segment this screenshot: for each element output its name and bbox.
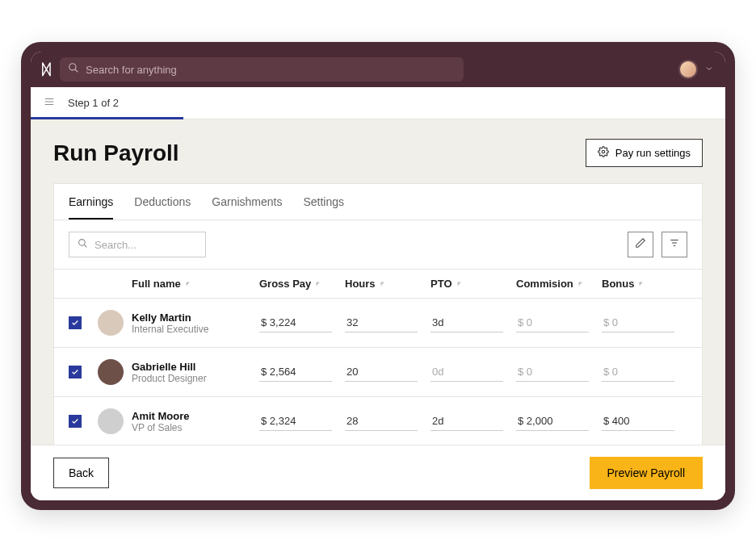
row-checkbox[interactable] xyxy=(69,366,82,378)
gross-pay-input[interactable]: $ 2,324 xyxy=(259,412,332,431)
user-avatar[interactable] xyxy=(678,60,698,79)
col-pto[interactable]: PTO xyxy=(430,278,516,290)
filter-icon xyxy=(669,237,680,252)
employee-name: Amit Moore xyxy=(132,410,190,422)
bonus-input[interactable]: $ 0 xyxy=(602,362,674,382)
step-progress-bar xyxy=(31,117,183,119)
table-search[interactable] xyxy=(69,232,206,257)
top-bar: ᛞ xyxy=(31,52,725,87)
step-bar: Step 1 of 2 xyxy=(31,87,725,119)
gear-icon xyxy=(598,146,609,160)
pto-input[interactable]: 3d xyxy=(430,313,503,332)
employee-name: Kelly Martin xyxy=(132,312,208,324)
employee-role: Internal Executive xyxy=(132,324,208,335)
table-row: Gabrielle HillProduct Designer$ 2,564200… xyxy=(54,348,702,397)
svg-line-7 xyxy=(84,245,86,247)
preview-payroll-button[interactable]: Preview Payroll xyxy=(590,457,703,489)
col-full-name[interactable]: Full name xyxy=(98,278,259,290)
svg-point-5 xyxy=(602,150,605,153)
table-row: Amit MooreVP of Sales$ 2,324282d$ 2,000$… xyxy=(54,397,702,445)
tab-deductions[interactable]: Deductions xyxy=(134,195,191,220)
commission-input[interactable]: $ 0 xyxy=(516,362,589,382)
col-hours[interactable]: Hours xyxy=(345,278,430,290)
bonus-input[interactable]: $ 400 xyxy=(602,412,674,431)
app-logo: ᛞ xyxy=(42,61,50,78)
commission-input[interactable]: $ 0 xyxy=(516,313,589,332)
back-button[interactable]: Back xyxy=(53,458,109,488)
pto-input[interactable]: 2d xyxy=(430,412,503,431)
commission-input[interactable]: $ 2,000 xyxy=(516,412,589,431)
tab-earnings[interactable]: Earnings xyxy=(69,195,113,220)
row-checkbox[interactable] xyxy=(69,415,82,428)
sort-icon xyxy=(456,278,464,290)
table-search-input[interactable] xyxy=(94,239,197,251)
menu-icon[interactable] xyxy=(42,96,57,110)
settings-button-label: Pay run settings xyxy=(615,147,691,159)
global-search-input[interactable] xyxy=(86,64,456,76)
row-checkbox[interactable] xyxy=(69,316,82,329)
pencil-icon xyxy=(635,237,646,252)
employee-cell: Kelly MartinInternal Executive xyxy=(98,310,259,336)
avatar xyxy=(98,408,124,434)
svg-line-1 xyxy=(75,69,78,73)
sort-icon xyxy=(578,278,585,290)
table-row: Kelly MartinInternal Executive$ 3,224323… xyxy=(54,299,702,348)
pto-input[interactable]: 0d xyxy=(430,362,503,382)
chevron-down-icon[interactable] xyxy=(704,62,714,77)
hours-input[interactable]: 28 xyxy=(345,412,418,431)
employee-role: VP of Sales xyxy=(132,422,190,433)
tab-bar: EarningsDeductionsGarnishmentsSettings xyxy=(54,184,702,220)
sort-icon xyxy=(380,278,387,290)
gross-pay-input[interactable]: $ 2,564 xyxy=(259,362,332,382)
svg-point-0 xyxy=(69,64,76,70)
hours-input[interactable]: 32 xyxy=(345,313,418,332)
employee-cell: Gabrielle HillProduct Designer xyxy=(98,359,259,385)
filter-button[interactable] xyxy=(662,232,687,257)
bonus-input[interactable]: $ 0 xyxy=(602,313,674,332)
page-title: Run Payroll xyxy=(53,140,179,166)
footer: Back Preview Payroll xyxy=(31,445,725,500)
edit-button[interactable] xyxy=(628,232,653,257)
col-bonus[interactable]: Bonus xyxy=(602,278,687,290)
employee-cell: Amit MooreVP of Sales xyxy=(98,408,259,434)
employee-role: Product Designer xyxy=(132,373,207,384)
global-search[interactable] xyxy=(60,57,464,82)
sort-icon xyxy=(185,278,192,290)
sort-icon xyxy=(315,278,322,290)
employee-name: Gabrielle Hill xyxy=(132,361,207,373)
search-icon xyxy=(68,62,79,77)
sort-icon xyxy=(638,278,645,290)
avatar xyxy=(98,359,124,385)
gross-pay-input[interactable]: $ 3,224 xyxy=(259,313,332,332)
avatar xyxy=(98,310,124,336)
step-label: Step 1 of 2 xyxy=(68,97,119,109)
tab-settings[interactable]: Settings xyxy=(303,195,344,220)
col-gross-pay[interactable]: Gross Pay xyxy=(259,278,345,290)
svg-point-6 xyxy=(79,240,86,246)
col-commission[interactable]: Commision xyxy=(516,278,602,290)
payroll-card: EarningsDeductionsGarnishmentsSettings xyxy=(53,183,703,445)
pay-run-settings-button[interactable]: Pay run settings xyxy=(586,139,703,167)
search-icon xyxy=(78,238,88,251)
tab-garnishments[interactable]: Garnishments xyxy=(212,195,282,220)
hours-input[interactable]: 20 xyxy=(345,362,418,382)
